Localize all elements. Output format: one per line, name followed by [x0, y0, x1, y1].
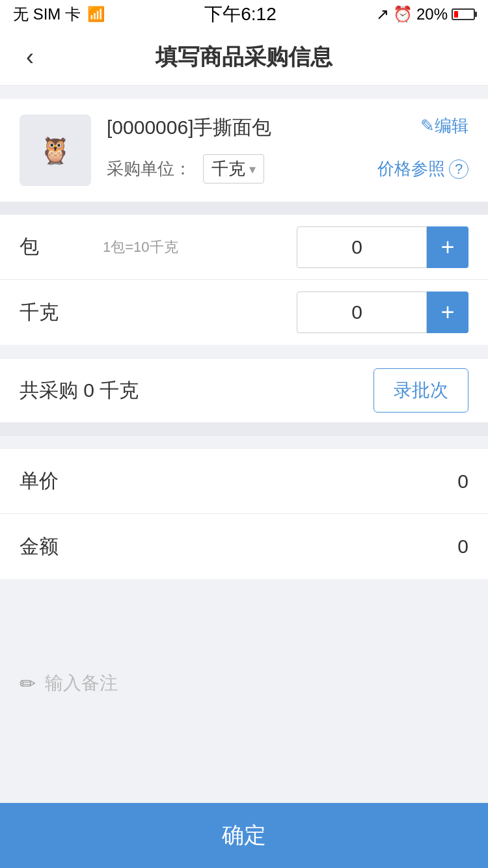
status-time: 下午6:12	[204, 2, 277, 27]
location-icon: ↗	[376, 5, 389, 23]
product-info: [0000006]手撕面包 ✎编辑 采购单位： 千克 ▾ 价格参照 ?	[107, 115, 468, 183]
section-divider-1	[0, 202, 488, 215]
status-right: ↗ ⏰ 20%	[376, 5, 475, 23]
unit-label: 采购单位：	[107, 159, 191, 178]
kg-qty-wrap: +	[297, 292, 468, 333]
bao-label: 包	[20, 234, 98, 260]
nav-bar: ‹ 填写商品采购信息	[0, 29, 488, 86]
kg-qty-input[interactable]	[297, 292, 427, 333]
amount-label: 金额	[20, 534, 457, 560]
bao-input-row: 包 1包=10千克 +	[0, 215, 488, 280]
summary-text: 共采购 0 千克	[20, 377, 373, 404]
product-logo-icon: 🦉	[39, 135, 72, 166]
unit-value: 千克	[211, 157, 245, 180]
unit-group: 采购单位： 千克 ▾	[107, 154, 264, 183]
edit-button[interactable]: ✎编辑	[420, 115, 468, 137]
wifi-icon: 📶	[87, 6, 105, 23]
status-left: 无 SIM 卡 📶	[13, 4, 105, 25]
kg-input-row: 千克 +	[0, 280, 488, 345]
unit-price-value: 0	[457, 470, 468, 493]
info-section: 单价 0 金额 0	[0, 449, 488, 579]
product-header: [0000006]手撕面包 ✎编辑	[107, 115, 468, 141]
kg-plus-button[interactable]: +	[427, 292, 468, 333]
battery-indicator	[452, 8, 475, 20]
summary-row: 共采购 0 千克 录批次	[0, 358, 488, 423]
product-unit-row: 采购单位： 千克 ▾ 价格参照 ?	[107, 154, 468, 183]
bao-qty-wrap: +	[297, 226, 468, 268]
price-ref-label: 价格参照	[377, 157, 445, 180]
confirm-button[interactable]: 确定	[222, 821, 266, 850]
record-batch-button[interactable]: 录批次	[373, 368, 468, 413]
notes-placeholder: 输入备注	[45, 671, 118, 696]
help-icon: ?	[449, 159, 468, 179]
product-name: [0000006]手撕面包	[107, 115, 271, 141]
price-ref-button[interactable]: 价格参照 ?	[377, 157, 468, 180]
bao-qty-input[interactable]	[297, 226, 427, 268]
input-section: 包 1包=10千克 + 千克 +	[0, 215, 488, 345]
alarm-icon: ⏰	[393, 5, 413, 23]
section-divider-2	[0, 423, 488, 436]
kg-label: 千克	[20, 299, 98, 326]
confirm-bar[interactable]: 确定	[0, 803, 488, 868]
status-bar: 无 SIM 卡 📶 下午6:12 ↗ ⏰ 20%	[0, 0, 488, 29]
notes-section[interactable]: ✏ 输入备注	[0, 592, 488, 774]
amount-value: 0	[457, 536, 468, 558]
chevron-down-icon: ▾	[249, 161, 256, 177]
unit-price-row: 单价 0	[0, 449, 488, 514]
bao-sub-label: 1包=10千克	[103, 237, 178, 257]
battery-percent: 20%	[416, 5, 448, 23]
back-button[interactable]: ‹	[20, 37, 40, 77]
amount-row: 金额 0	[0, 514, 488, 579]
bao-plus-button[interactable]: +	[427, 226, 468, 268]
sim-label: 无 SIM 卡	[13, 4, 81, 25]
product-card: 🦉 [0000006]手撕面包 ✎编辑 采购单位： 千克 ▾ 价格参照 ?	[0, 99, 488, 202]
unit-selector[interactable]: 千克 ▾	[203, 154, 264, 183]
pencil-icon: ✏	[20, 672, 36, 695]
unit-price-label: 单价	[20, 468, 457, 495]
page-title: 填写商品采购信息	[156, 42, 332, 72]
product-image: 🦉	[20, 115, 91, 186]
